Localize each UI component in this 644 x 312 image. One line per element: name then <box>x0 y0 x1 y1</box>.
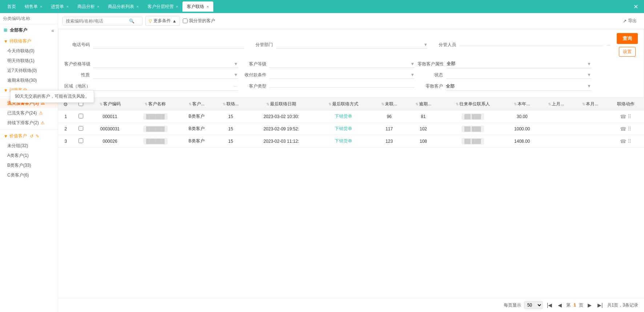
tab-analysis-list-close[interactable]: × <box>136 4 138 9</box>
contact-way-link-1[interactable]: 下销货单 <box>335 126 352 131</box>
tab-analysis-list[interactable]: 商品分析列表 × <box>104 1 143 12</box>
sidebar-item-class-b[interactable]: B类客户(33) <box>0 161 58 170</box>
col-this-year[interactable]: ⇅本年... <box>505 98 539 110</box>
table-wrap: ⚙ ⇅客户编码 ⇅客户名称 ⇅客户... ⇅联络... ⇅最后联络日期 ⇅最后联… <box>58 98 644 298</box>
tab-sales-close[interactable]: × <box>40 4 42 9</box>
col-this-month[interactable]: ⇅本月... <box>573 98 607 110</box>
col-type[interactable]: ⇅客户... <box>180 98 214 110</box>
col-last-way[interactable]: ⇅最后联络方式 <box>315 98 372 110</box>
price-grade-select[interactable]: ▼ <box>93 60 238 68</box>
tab-analysis-close[interactable]: × <box>97 4 99 9</box>
sidebar-item-today[interactable]: 今天待联络(0) <box>0 46 58 56</box>
tab-purchase[interactable]: 进货单 × <box>47 1 73 12</box>
action-contact-icon-0[interactable]: ☎ <box>620 114 626 119</box>
settings-button[interactable]: 设置 <box>619 47 636 57</box>
row-checkbox-1[interactable] <box>79 126 83 131</box>
sidebar-item-overdue[interactable]: 逾期未联络(30) <box>0 76 58 85</box>
sidebar-item-class-a[interactable]: A类客户(1) <box>0 151 58 161</box>
refresh-icon[interactable]: ↺ <box>30 134 33 139</box>
row-checkbox-0[interactable] <box>79 114 83 118</box>
row-checkbox-2[interactable] <box>79 138 83 143</box>
last-page-button[interactable]: ▶| <box>596 301 604 309</box>
search-icon[interactable]: 🔍 <box>129 19 134 24</box>
region-select[interactable]: ··· <box>93 82 238 91</box>
action-more-icon-2[interactable]: ⠿ <box>628 138 631 144</box>
next-page-button[interactable]: ▶ <box>586 301 593 309</box>
nature-select[interactable]: ▼ <box>93 71 238 79</box>
customer-type-select[interactable] <box>269 85 415 88</box>
zero-attr-select[interactable]: 全部 ▼ <box>447 60 591 68</box>
sidebar-item-tomorrow[interactable]: 明天待联络(1) <box>0 56 58 66</box>
more-filter-button[interactable]: ▽ 更多条件 ▲ <box>145 16 180 26</box>
export-button[interactable]: ↗ 导出 <box>620 16 640 25</box>
query-button[interactable]: 查询 <box>617 33 638 44</box>
phone-input[interactable] <box>93 41 245 49</box>
region-ellipsis[interactable]: ··· <box>233 83 238 89</box>
edit-icon[interactable]: ✎ <box>36 134 39 139</box>
col-name[interactable]: ⇅客户名称 <box>131 98 180 110</box>
contact-way-link-2[interactable]: 下销货单 <box>335 138 352 143</box>
person-ellipsis[interactable]: ··· <box>606 42 611 48</box>
tab-customer-tier[interactable]: 客户分层经营 × <box>143 1 182 12</box>
nature-label: 性质 <box>64 72 90 78</box>
sidebar-item-churned[interactable]: 已流失客户(24) ⚠ <box>0 108 58 118</box>
tab-customer-contact-close[interactable]: × <box>206 4 209 9</box>
tab-sales[interactable]: 销售单 × <box>20 1 47 12</box>
col-last-date[interactable]: ⇅最后联络日期 <box>248 98 315 110</box>
cell-way-2[interactable]: 下销货单 <box>315 135 372 147</box>
zero-customer-select[interactable]: 全部 ▼ <box>446 82 591 91</box>
tab-analysis-list-label: 商品分析列表 <box>108 4 134 10</box>
action-contact-icon-1[interactable]: ☎ <box>620 126 626 132</box>
sort-dots-year: ⇅ <box>514 102 517 106</box>
prev-page-button[interactable]: ◀ <box>556 301 563 309</box>
sidebar-collapse-icon[interactable]: « <box>51 28 54 33</box>
cell-way-1[interactable]: 下销货单 <box>315 123 372 135</box>
cell-check-2[interactable] <box>73 135 89 147</box>
tab-analysis[interactable]: 商品分析 × <box>73 1 104 12</box>
sidebar-group-value[interactable]: ▼ 价值客户 ↺ ✎ <box>0 131 58 141</box>
cell-check-1[interactable] <box>73 123 89 135</box>
tab-purchase-close[interactable]: × <box>66 4 68 9</box>
my-customers-label: 我分管的客户 <box>189 18 215 24</box>
phone-label: 电话号码 <box>64 42 90 48</box>
sidebar-item-class-c[interactable]: C类客户(6) <box>0 170 58 180</box>
col-last-month[interactable]: ⇅上月... <box>539 98 573 110</box>
window-close-button[interactable]: ✕ <box>631 3 641 10</box>
customer-grade-select[interactable]: ▼ <box>269 60 415 68</box>
tab-homepage[interactable]: 首页 <box>3 1 20 12</box>
filter-actions: 查询 设置 <box>617 33 638 57</box>
sidebar-item-ungrouped[interactable]: 未分组(32) <box>0 141 58 151</box>
search-input[interactable] <box>66 19 128 24</box>
cell-check-0[interactable] <box>73 110 89 123</box>
sidebar-item-week[interactable]: 近7天待联络(0) <box>0 66 58 76</box>
tab-customer-contact[interactable]: 客户联络 × <box>182 1 213 12</box>
sidebar-group-pending[interactable]: ▼ 待联络客户 <box>0 36 58 46</box>
payment-select[interactable]: ▼ <box>269 71 415 79</box>
zero-customer-value: 全部 <box>446 83 455 89</box>
my-customers-checkbox[interactable] <box>183 19 188 23</box>
person-select[interactable] <box>459 44 603 46</box>
cell-contacts-1: ██ ███ <box>440 123 505 135</box>
col-code[interactable]: ⇅客户编码 <box>89 98 131 110</box>
col-contact[interactable]: ⇅联络... <box>214 98 248 110</box>
col-unlinked[interactable]: ⇅未联... <box>372 98 406 110</box>
cell-way-0[interactable]: 下销货单 <box>315 110 372 123</box>
contact-way-link-0[interactable]: 下销货单 <box>335 114 352 119</box>
page-size-select[interactable]: 50 100 200 <box>524 301 543 309</box>
col-action: 联络动作 <box>607 98 644 110</box>
sidebar-all-customers[interactable]: ⊞ 全部客户 « <box>0 24 58 36</box>
sidebar-search-input[interactable] <box>3 16 57 21</box>
sidebar-item-declining[interactable]: 持续下滑客户(2) ⚠ <box>0 118 58 128</box>
action-more-icon-1[interactable]: ⠿ <box>628 126 631 132</box>
my-customers-checkbox-wrap[interactable]: 我分管的客户 <box>183 18 215 24</box>
payment-arrow-icon: ▼ <box>410 72 415 77</box>
col-contacts[interactable]: ⇅往来单位联系人 <box>440 98 505 110</box>
tab-customer-tier-close[interactable]: × <box>176 4 178 9</box>
sort-dots-date: ⇅ <box>266 102 269 106</box>
action-more-icon-0[interactable]: ⠿ <box>628 114 631 119</box>
col-overdue[interactable]: ⇅逾期... <box>406 98 440 110</box>
dept-select[interactable]: ▼ <box>276 41 428 49</box>
status-select[interactable]: ▼ <box>446 71 591 79</box>
first-page-button[interactable]: |◀ <box>546 301 554 309</box>
action-contact-icon-2[interactable]: ☎ <box>620 138 626 144</box>
